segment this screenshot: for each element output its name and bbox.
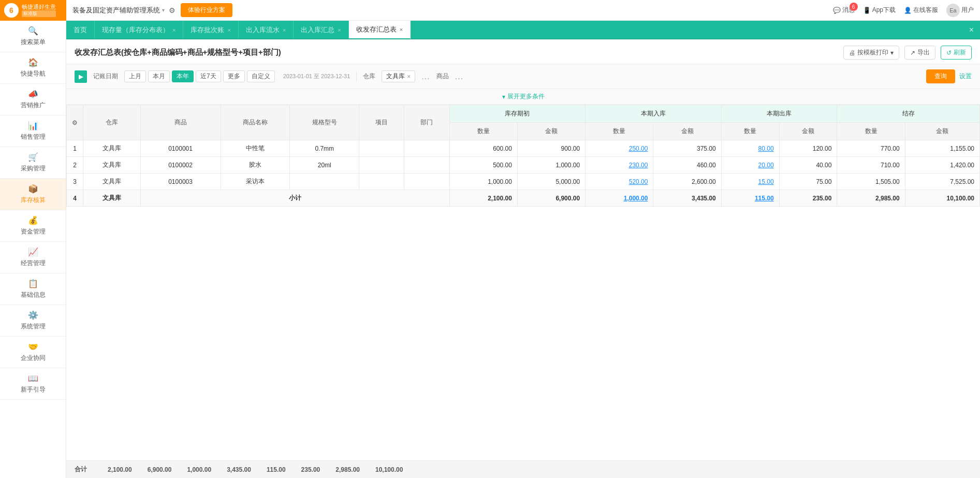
row-in-qty[interactable]: 230.00 xyxy=(586,157,653,173)
date-range-display: 2023-01-01 至 2023-12-31 xyxy=(283,73,350,80)
row-code: 0100001 xyxy=(140,140,221,157)
row-in-amt: 2,600.00 xyxy=(653,173,721,190)
date-btn-this-year[interactable]: 本年 xyxy=(172,70,194,82)
th-opening: 库存期初 xyxy=(449,105,586,123)
sidebar: 🔍 搜索菜单 🏠 快捷导航 📣 营销推广 📊 销售管理 🛒 采购管理 📦 库存核… xyxy=(0,21,66,478)
date-btn-custom[interactable]: 自定义 xyxy=(247,70,275,82)
subtotal-in-qty[interactable]: 1,000.00 xyxy=(586,190,653,207)
tab-rec-summary-close[interactable]: × xyxy=(400,26,403,33)
th-goods-spec: 规格型号 xyxy=(290,105,359,140)
online-service-label: 在线客服 xyxy=(913,6,938,15)
subtotal-in-amt: 3,435.00 xyxy=(653,190,721,207)
home-icon: 🏠 xyxy=(28,57,38,67)
sidebar-item-sales[interactable]: 📊 销售管理 xyxy=(0,115,66,147)
filter-settings-btn[interactable]: 设置 xyxy=(959,72,972,81)
row-seq: 2 xyxy=(67,157,83,173)
table-row: 1 文具库 0100001 中性笔 0.7mm 600.00 900.00 25… xyxy=(67,140,980,157)
sidebar-label-basic: 基础信息 xyxy=(21,291,46,299)
subtotal-out-amt: 235.00 xyxy=(779,190,837,207)
warehouse-tag-close[interactable]: × xyxy=(407,73,411,80)
tab-inout-summary-close[interactable]: × xyxy=(338,27,341,33)
sidebar-item-purchase[interactable]: 🛒 采购管理 xyxy=(0,147,66,179)
row-in-qty[interactable]: 520.00 xyxy=(586,173,653,190)
message-btn[interactable]: 💬 消息 6 xyxy=(833,6,855,15)
goods-more-btn[interactable]: ... xyxy=(455,72,463,81)
row-seq: 1 xyxy=(67,140,83,157)
sidebar-item-guide[interactable]: 📖 新手引导 xyxy=(0,368,66,400)
user-label: 用户 xyxy=(961,6,974,15)
online-service-btn[interactable]: 👤 在线客服 xyxy=(904,6,938,15)
sales-icon: 📊 xyxy=(28,121,38,131)
top-right: 💬 消息 6 📱 App下载 👤 在线客服 Ea 用户 xyxy=(833,4,980,17)
sidebar-item-search[interactable]: 🔍 搜索菜单 xyxy=(0,21,66,52)
date-btn-more[interactable]: 更多 xyxy=(223,70,245,82)
sidebar-item-basic[interactable]: 📋 基础信息 xyxy=(0,273,66,305)
try-btn[interactable]: 体验行业方案 xyxy=(181,3,232,17)
row-out-qty[interactable]: 80.00 xyxy=(721,140,779,157)
page-content: 收发存汇总表(按仓库+商品编码+商品+规格型号+项目+部门) 🖨 按模板打印 ▾… xyxy=(66,39,980,478)
tab-home[interactable]: 首页 xyxy=(66,21,95,39)
search-icon: 🔍 xyxy=(28,26,38,36)
tab-batch-close[interactable]: × xyxy=(227,27,230,33)
row-in-amt: 460.00 xyxy=(653,157,721,173)
row-out-qty[interactable]: 20.00 xyxy=(721,157,779,173)
row-in-qty[interactable]: 250.00 xyxy=(586,140,653,157)
refresh-icon: ↺ xyxy=(946,49,952,56)
date-btn-last-month[interactable]: 上月 xyxy=(124,70,146,82)
filter-expand-btn[interactable]: ▶ xyxy=(75,70,87,83)
sidebar-item-inventory[interactable]: 📦 库存核算 xyxy=(0,179,66,210)
tab-stock-dist[interactable]: 现存量（库存分布表） × xyxy=(95,21,183,39)
sidebar-item-system[interactable]: ⚙️ 系统管理 xyxy=(0,305,66,337)
th-close-qty: 数量 xyxy=(837,123,905,140)
logo-area: 6 畅捷通好生意 标准版 xyxy=(0,0,66,21)
date-btn-7days[interactable]: 近7天 xyxy=(196,70,221,82)
user-btn[interactable]: Ea 用户 xyxy=(946,4,974,17)
date-btn-this-month[interactable]: 本月 xyxy=(148,70,170,82)
date-buttons: 上月 本月 本年 近7天 更多 自定义 xyxy=(124,70,275,82)
table-row: 2 文具库 0100002 胶水 20ml 500.00 1,000.00 23… xyxy=(67,157,980,173)
row-dept xyxy=(404,157,449,173)
tab-rec-summary[interactable]: 收发存汇总表 × xyxy=(349,21,411,39)
data-table: ⚙ 仓库 商品 商品名称 规格型号 项目 部门 库存期初 本期入库 本期出库 结… xyxy=(66,105,980,207)
total-in-qty: 1,000.00 xyxy=(187,466,211,473)
tab-bar-close-btn[interactable]: × xyxy=(963,25,980,35)
th-in-amt: 金额 xyxy=(653,123,721,140)
sidebar-item-marketing[interactable]: 📣 营销推广 xyxy=(0,84,66,115)
tab-inout-flow[interactable]: 出入库流水 × xyxy=(239,21,294,39)
row-out-qty[interactable]: 15.00 xyxy=(721,173,779,190)
row-name: 胶水 xyxy=(221,157,290,173)
query-btn[interactable]: 查询 xyxy=(926,69,955,83)
tab-stock-dist-close[interactable]: × xyxy=(172,27,175,33)
system-title-area: 装备及固定资产辅助管理系统 ▾ ⚙ 体验行业方案 xyxy=(66,3,833,17)
row-close-qty: 1,505.00 xyxy=(837,173,905,190)
print-btn[interactable]: 🖨 按模板打印 ▾ xyxy=(843,46,899,60)
tab-inout-flow-close[interactable]: × xyxy=(283,27,286,33)
sidebar-label-marketing: 营销推广 xyxy=(21,101,46,110)
message-icon: 💬 xyxy=(833,7,841,14)
row-close-qty: 710.00 xyxy=(837,157,905,173)
tab-batch[interactable]: 库存批次账 × xyxy=(183,21,238,39)
settings-icon[interactable]: ⚙ xyxy=(169,6,175,15)
sidebar-item-finance[interactable]: 💰 资金管理 xyxy=(0,210,66,242)
sidebar-label-system: 系统管理 xyxy=(21,322,46,331)
content-area: 首页 现存量（库存分布表） × 库存批次账 × 出入库流水 × 出入库汇总 × … xyxy=(66,21,980,478)
operation-icon: 📈 xyxy=(28,247,38,257)
refresh-btn[interactable]: ↺ 刷新 xyxy=(941,46,972,60)
subtotal-out-qty[interactable]: 115.00 xyxy=(721,190,779,207)
tab-inout-summary[interactable]: 出入库汇总 × xyxy=(294,21,348,39)
expand-more-btn[interactable]: ▾ 展开更多条件 xyxy=(502,92,545,101)
subtotal-warehouse: 文具库 xyxy=(83,190,141,207)
export-btn[interactable]: ↗ 导出 xyxy=(904,46,935,60)
sidebar-item-enterprise[interactable]: 🤝 企业协同 xyxy=(0,337,66,368)
sidebar-item-operation[interactable]: 📈 经营管理 xyxy=(0,242,66,273)
sidebar-item-quick-nav[interactable]: 🏠 快捷导航 xyxy=(0,52,66,84)
row-spec xyxy=(290,173,359,190)
app-download-btn[interactable]: 📱 App下载 xyxy=(863,6,896,15)
dropdown-arrow-icon[interactable]: ▾ xyxy=(162,7,165,13)
total-close-amt: 10,100.00 xyxy=(375,466,403,473)
warehouse-more-btn[interactable]: ... xyxy=(421,72,430,81)
th-settings[interactable]: ⚙ xyxy=(67,105,83,140)
subtotal-open-amt: 6,900.00 xyxy=(517,190,585,207)
total-nums: 2,100.00 6,900.00 1,000.00 3,435.00 115.… xyxy=(108,466,403,473)
th-out: 本期出库 xyxy=(721,105,837,123)
